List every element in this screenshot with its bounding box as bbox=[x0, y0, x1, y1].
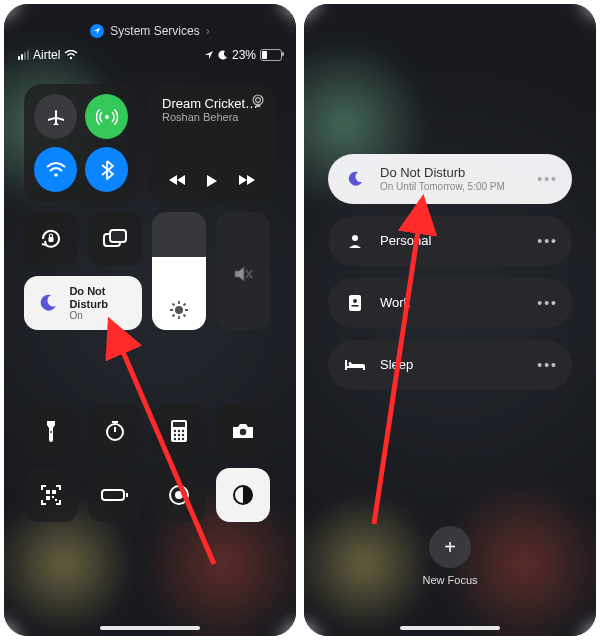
new-focus-button[interactable]: + New Focus bbox=[304, 526, 596, 586]
mute-icon bbox=[216, 264, 270, 284]
orientation-lock-toggle[interactable] bbox=[24, 212, 78, 266]
track-artist: Roshan Behera bbox=[162, 111, 262, 123]
bed-icon bbox=[342, 358, 368, 372]
forward-button[interactable] bbox=[238, 174, 256, 186]
status-bar: Airtel 23% bbox=[18, 48, 282, 62]
bluetooth-icon bbox=[100, 160, 114, 180]
svg-rect-24 bbox=[173, 422, 185, 427]
svg-point-30 bbox=[182, 434, 184, 436]
wifi-icon bbox=[45, 162, 67, 178]
screen-mirroring-button[interactable] bbox=[88, 212, 142, 266]
svg-point-34 bbox=[240, 429, 246, 435]
svg-point-32 bbox=[178, 438, 180, 440]
svg-point-26 bbox=[178, 430, 180, 432]
battery-outline-icon bbox=[101, 488, 129, 502]
svg-line-14 bbox=[184, 315, 186, 317]
svg-rect-41 bbox=[126, 493, 128, 497]
svg-point-8 bbox=[175, 306, 183, 314]
dnd-title: Do Not Disturb bbox=[69, 285, 132, 309]
calculator-button[interactable] bbox=[152, 404, 206, 458]
wifi-toggle[interactable] bbox=[34, 147, 77, 192]
svg-point-27 bbox=[182, 430, 184, 432]
svg-point-33 bbox=[182, 438, 184, 440]
svg-point-19 bbox=[50, 431, 52, 433]
connectivity-module[interactable] bbox=[24, 84, 138, 202]
focus-item-work[interactable]: Work ••• bbox=[328, 278, 572, 328]
qr-icon bbox=[40, 484, 62, 506]
focus-picker-screen: Do Not Disturb On Until Tomorrow, 5:00 P… bbox=[304, 4, 596, 636]
recent-location-banner[interactable]: System Services › bbox=[4, 24, 296, 38]
low-power-button[interactable] bbox=[88, 468, 142, 522]
svg-line-13 bbox=[173, 304, 175, 306]
chevron-right-icon: › bbox=[206, 24, 210, 38]
focus-item-dnd[interactable]: Do Not Disturb On Until Tomorrow, 5:00 P… bbox=[328, 154, 572, 204]
screen-record-button[interactable] bbox=[152, 468, 206, 522]
focus-item-personal[interactable]: Personal ••• bbox=[328, 216, 572, 266]
screen-mirroring-icon bbox=[102, 229, 128, 249]
volume-slider[interactable] bbox=[216, 212, 270, 330]
camera-button[interactable] bbox=[216, 404, 270, 458]
moon-icon bbox=[342, 170, 368, 188]
timer-button[interactable] bbox=[88, 404, 142, 458]
home-indicator[interactable] bbox=[100, 626, 200, 630]
airplane-toggle[interactable] bbox=[34, 94, 77, 139]
svg-rect-5 bbox=[49, 237, 54, 242]
focus-item-more[interactable]: ••• bbox=[537, 171, 558, 187]
calculator-icon bbox=[170, 419, 188, 443]
svg-rect-40 bbox=[102, 490, 124, 500]
location-indicator-icon bbox=[204, 50, 214, 60]
svg-point-2 bbox=[54, 173, 58, 177]
qr-scan-button[interactable] bbox=[24, 468, 78, 522]
focus-item-sleep[interactable]: Sleep ••• bbox=[328, 340, 572, 390]
camera-icon bbox=[231, 422, 255, 440]
dnd-status: On bbox=[69, 310, 132, 321]
home-indicator[interactable] bbox=[400, 626, 500, 630]
dark-mode-button[interactable] bbox=[216, 468, 270, 522]
svg-line-15 bbox=[184, 304, 186, 306]
dark-mode-icon bbox=[231, 483, 255, 507]
rewind-button[interactable] bbox=[168, 174, 186, 186]
flashlight-button[interactable] bbox=[24, 404, 78, 458]
antenna-icon bbox=[96, 106, 118, 128]
focus-item-more[interactable]: ••• bbox=[537, 357, 558, 373]
now-playing-module[interactable]: Dream Cricket… Roshan Behera bbox=[148, 84, 276, 202]
control-center-screen: System Services › Airtel 23% bbox=[4, 4, 296, 636]
focus-dnd-tile[interactable]: Do Not Disturb On bbox=[24, 276, 142, 330]
focus-item-title: Personal bbox=[380, 233, 537, 249]
svg-point-25 bbox=[174, 430, 176, 432]
brightness-slider[interactable] bbox=[152, 212, 206, 330]
focus-item-title: Work bbox=[380, 295, 537, 311]
svg-point-46 bbox=[352, 235, 358, 241]
svg-point-31 bbox=[174, 438, 176, 440]
moon-status-icon bbox=[218, 50, 228, 60]
svg-rect-36 bbox=[52, 490, 56, 494]
track-title: Dream Cricket… bbox=[162, 96, 262, 111]
flashlight-icon bbox=[44, 419, 58, 443]
svg-point-4 bbox=[256, 98, 261, 103]
svg-line-16 bbox=[173, 315, 175, 317]
airplay-icon[interactable] bbox=[250, 94, 266, 112]
focus-list: Do Not Disturb On Until Tomorrow, 5:00 P… bbox=[328, 154, 572, 390]
svg-point-50 bbox=[348, 362, 351, 365]
play-button[interactable] bbox=[206, 174, 218, 188]
cellular-toggle[interactable] bbox=[85, 94, 128, 139]
svg-point-48 bbox=[353, 299, 357, 303]
svg-point-43 bbox=[175, 491, 183, 499]
svg-rect-37 bbox=[46, 496, 50, 500]
location-arrow-icon bbox=[90, 24, 104, 38]
focus-item-title: Do Not Disturb bbox=[380, 165, 537, 181]
focus-item-more[interactable]: ••• bbox=[537, 295, 558, 311]
plus-icon: + bbox=[429, 526, 471, 568]
wifi-icon bbox=[64, 50, 78, 60]
battery-icon bbox=[260, 49, 282, 61]
bluetooth-toggle[interactable] bbox=[85, 147, 128, 192]
svg-point-28 bbox=[174, 434, 176, 436]
focus-item-title: Sleep bbox=[380, 357, 537, 373]
svg-rect-38 bbox=[52, 496, 54, 498]
timer-icon bbox=[103, 419, 127, 443]
focus-item-more[interactable]: ••• bbox=[537, 233, 558, 249]
svg-rect-35 bbox=[46, 490, 50, 494]
battery-pct-label: 23% bbox=[232, 48, 256, 62]
airplane-icon bbox=[46, 107, 66, 127]
svg-rect-39 bbox=[55, 499, 57, 501]
